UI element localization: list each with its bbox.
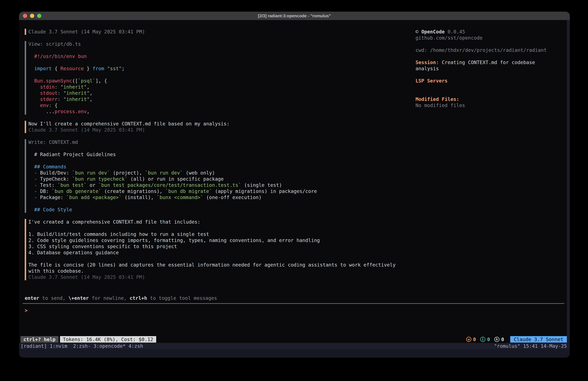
minimize-button[interactable] [30,14,34,18]
text-line: 2. Code style guidelines covering import… [28,237,398,244]
hint-count-value: 0 [501,336,504,342]
text-segment: { [52,103,58,108]
text-line: cwd: /home/thdxr/dev/projects/radiant/ra… [416,47,563,53]
tmux-session-windows[interactable]: [radiant] 1:nvim 2:zsh- 3:opencode* 4:zs… [21,343,494,349]
text-segment [28,188,34,194]
text-line: Now I'll create a comprehensive CONTEXT.… [28,121,398,127]
text-segment [28,84,40,90]
text-segment: (single test) [241,182,282,188]
text-segment: LSP Servers [416,78,448,84]
text-segment: - [34,182,37,188]
text-segment [28,170,34,176]
text-segment: The file is concise (20 lines) and captu… [28,262,396,268]
tokens-cost-chip: Tokens: 16.4K (8%), Cost: $0.12 [60,336,156,343]
text-line: - Package: `bun add <package>` (install)… [28,194,398,201]
text-segment: process.env [55,109,87,114]
text-segment: Build/Dev: [37,170,72,176]
model-badge[interactable]: Claude 3.7 Sonnet [510,336,567,343]
text-segment: TypeCheck: [37,176,72,182]
text-segment: ctrl+h [129,295,147,301]
prompt-input[interactable]: > [19,304,570,336]
text-segment [28,96,40,102]
session-sidebar: © OpenCode 0.0.45github.com/sst/opencode… [416,29,570,295]
text-line: Claude 3.7 Sonnet (14 May 2025 03:41 PM) [28,274,398,280]
text-segment: 3. CSS styling conventions specific to t… [28,244,177,249]
text-line [28,225,398,231]
text-segment: #!/usr/bin/env bun [28,53,87,59]
text-segment [61,90,63,96]
text-line: The file is concise (20 lines) and captu… [28,262,398,268]
warning-count: w0 [466,336,476,342]
text-segment: \+enter [68,295,89,301]
text-line: 1. Build/lint/test commands including ho… [28,231,398,237]
close-button[interactable] [23,14,27,18]
text-segment: : [58,90,61,96]
text-line: - Test: `bun test` or `bun test packages… [28,182,398,188]
text-segment: analysis [416,66,439,71]
text-segment: (install), [122,195,157,200]
text-line: stdout: "inherit", [28,90,398,96]
info-count: i0 [480,336,490,342]
text-segment [58,84,61,90]
scrollbar-track[interactable] [567,20,570,343]
text-segment [28,90,40,96]
tmux-host-clock: "romulus" 15:41 14-May-25 [494,343,567,349]
terminal-content: Claude 3.7 Sonnet (14 May 2025 03:41 PM)… [19,20,570,343]
text-segment [28,176,34,182]
text-segment: DB: [37,188,52,194]
text-segment: to send, [39,295,68,301]
hint-count-icon: h [494,337,499,342]
text-line: - DB: `bun db generate` (create migratio… [28,188,398,194]
prompt-symbol: > [25,308,28,313]
text-segment: Creating CONTEXT.md for codebase [442,60,535,65]
text-line: Bun.spawnSync([`psql`], { [28,78,398,84]
text-line: ## Commands [28,164,398,170]
window-title: [2/3] radiant:3:opencode - "romulus" [258,13,331,18]
text-segment: Write: CONTEXT.md [28,139,78,145]
text-line: stdin: "inherit", [28,84,398,90]
text-line: # Radiant Project Guidelines [28,151,398,157]
text-segment: `bun run typecheck` [72,176,127,182]
text-segment: View: script/db.ts [28,41,81,47]
text-line [416,72,563,78]
text-line: Claude 3.7 Sonnet (14 May 2025 03:41 PM) [28,127,398,133]
text-segment: `bun db migrate` [165,188,212,194]
text-segment [104,66,107,71]
text-line: import { Resource } from "sst"; [28,66,398,72]
text-segment: 1. Build/lint/test commands including ho… [28,231,209,237]
text-segment [61,96,63,102]
text-segment: (create migrations), [101,188,165,194]
text-line: env: { [28,102,398,109]
tmux-status-bar: [radiant] 1:nvim 2:zsh- 3:opencode* 4:zs… [19,343,570,349]
text-segment [28,66,34,71]
text-segment: , [89,90,92,96]
text-segment: Session [416,60,436,65]
text-line [28,72,398,78]
text-segment: enter [25,295,39,301]
warning-count-value: 0 [473,336,476,342]
text-segment: `bun test` [58,182,87,188]
text-segment: # Radiant Project Guidelines [28,152,116,157]
text-segment: Test: [37,182,58,188]
text-segment: - [34,188,37,194]
text-segment [28,195,34,200]
text-segment: , [89,96,92,102]
text-segment: "inherit" [63,96,90,102]
text-segment: `bun test packages/core/test/transaction… [98,182,241,188]
text-line [416,84,563,90]
zoom-button[interactable] [37,14,41,18]
text-segment: `bunx <command>` [157,195,203,200]
text-segment: } [84,66,92,71]
assistant-message-block: Claude 3.7 Sonnet (14 May 2025 03:41 PM) [25,29,398,35]
text-segment: { [52,66,61,71]
text-segment: : [49,103,52,108]
text-line: #!/usr/bin/env bun [28,53,398,59]
info-count-icon: i [480,337,485,342]
content-columns: Claude 3.7 Sonnet (14 May 2025 03:41 PM)… [19,20,570,295]
text-segment: I've created a comprehensive CONTEXT.md … [28,219,200,225]
tool-output-block: View: script/db.ts #!/usr/bin/env bun im… [25,41,398,115]
window-bottom-padding [19,349,570,358]
text-line: github.com/sst/opencode [416,35,563,41]
text-segment: - [34,170,37,176]
text-segment: (web only) [183,170,215,176]
